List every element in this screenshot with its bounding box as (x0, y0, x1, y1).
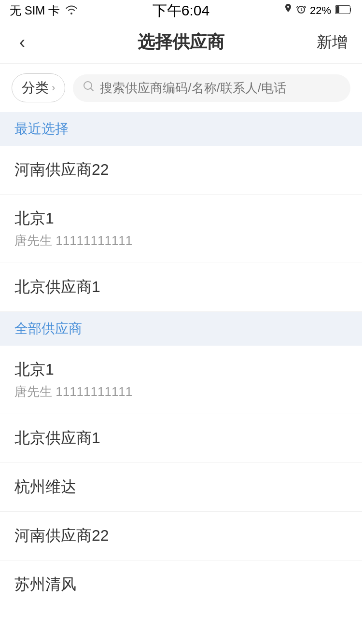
list-item[interactable]: 北京供应商1 (0, 414, 362, 463)
recent-section-label: 最近选择 (14, 121, 69, 136)
all-items-list: 北京1 唐先生 11111111111 北京供应商1 杭州维达 河南供应商22 … (0, 346, 362, 609)
recent-items-list: 河南供应商22 北京1 唐先生 11111111111 北京供应商1 (0, 146, 362, 312)
search-input[interactable] (100, 81, 341, 96)
item-name: 北京供应商1 (14, 277, 348, 298)
item-name: 北京1 (14, 208, 348, 229)
battery-icon (335, 4, 352, 17)
alarm-icon (296, 4, 306, 17)
search-icon (83, 80, 95, 96)
nav-bar: ‹ 选择供应商 新增 (0, 21, 362, 64)
search-box (73, 74, 350, 102)
item-name: 杭州维达 (14, 476, 348, 498)
recent-section-header: 最近选择 (0, 112, 362, 146)
list-item[interactable]: 苏州清风 (0, 560, 362, 609)
item-name: 河南供应商22 (14, 159, 348, 181)
item-name: 北京1 (14, 359, 348, 380)
chevron-right-icon: › (52, 82, 55, 94)
carrier-text: 无 SIM 卡 (10, 3, 60, 18)
location-icon (284, 4, 292, 17)
category-button[interactable]: 分类 › (12, 73, 65, 102)
status-right: 22% (284, 4, 352, 17)
category-label: 分类 (22, 79, 49, 97)
all-section-label: 全部供应商 (14, 321, 82, 336)
status-bar: 无 SIM 卡 下午6:04 22% (0, 0, 362, 21)
filter-bar: 分类 › (0, 64, 362, 112)
item-sub: 唐先生 11111111111 (14, 383, 348, 400)
wifi-icon (65, 4, 78, 17)
item-name: 河南供应商22 (14, 525, 348, 546)
status-left: 无 SIM 卡 (10, 3, 78, 18)
status-time: 下午6:04 (153, 1, 209, 21)
page-title: 选择供应商 (138, 30, 224, 54)
list-item[interactable]: 杭州维达 (0, 463, 362, 512)
battery-text: 22% (310, 4, 331, 17)
new-action-button[interactable]: 新增 (317, 32, 348, 53)
item-name: 苏州清风 (14, 574, 348, 595)
list-item[interactable]: 北京1 唐先生 11111111111 (0, 346, 362, 414)
list-item[interactable]: 河南供应商22 (0, 146, 362, 195)
all-section-header: 全部供应商 (0, 312, 362, 346)
list-item[interactable]: 北京供应商1 (0, 263, 362, 312)
back-button[interactable]: ‹ (14, 28, 30, 57)
list-item[interactable]: 北京1 唐先生 11111111111 (0, 195, 362, 263)
item-sub: 唐先生 11111111111 (14, 232, 348, 249)
list-item[interactable]: 河南供应商22 (0, 512, 362, 560)
item-name: 北京供应商1 (14, 428, 348, 449)
svg-rect-2 (336, 6, 339, 13)
